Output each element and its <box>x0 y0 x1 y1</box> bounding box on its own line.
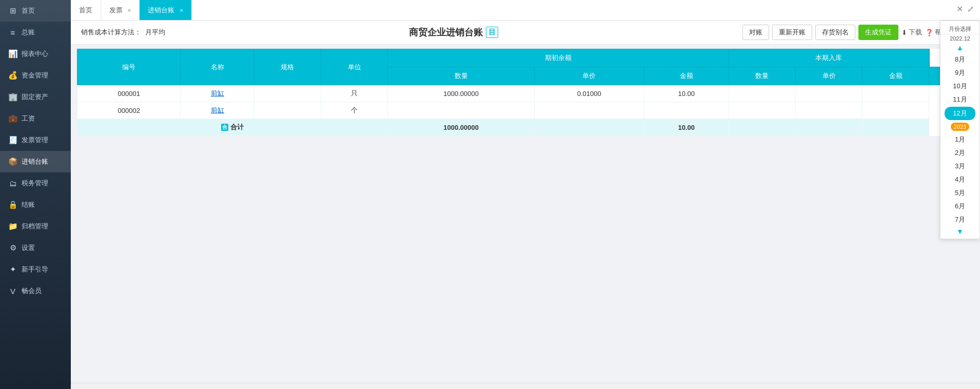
month-item-6[interactable]: 6月 <box>940 200 979 213</box>
month-item-7[interactable]: 7月 <box>940 213 979 226</box>
year-2023-row: 2023 <box>940 121 979 133</box>
sidebar-item-home[interactable]: ⊞ 首页 <box>0 0 71 22</box>
month-panel-title: 月份选择 <box>940 23 979 34</box>
total-in-amount <box>863 119 929 136</box>
tab-inventory-close[interactable]: × <box>180 7 183 13</box>
inventory-icon: 📦 <box>8 157 17 166</box>
sidebar-label-home: 首页 <box>22 6 35 15</box>
cell-open-qty-2 <box>388 102 535 119</box>
cell-open-price-2 <box>535 102 644 119</box>
cell-no-1: 000001 <box>77 85 181 102</box>
cell-open-amount-1: 10.00 <box>644 85 729 102</box>
sidebar-label-inventory: 进销台账 <box>22 157 48 166</box>
sidebar-item-reports[interactable]: 📊 报表中心 <box>0 43 71 65</box>
month-item-11[interactable]: 11月 <box>940 93 979 106</box>
tab-invoice-close[interactable]: × <box>128 7 131 13</box>
window-close-button[interactable]: ✕ <box>956 4 963 14</box>
sidebar-item-close[interactable]: 🔒 结账 <box>0 194 71 216</box>
sidebar-label-guide: 新手引导 <box>22 265 48 274</box>
cost-method-label: 销售成本计算方法： <box>81 28 141 36</box>
finance-icon: 💰 <box>8 71 17 80</box>
month-item-8[interactable]: 8月 <box>940 53 979 66</box>
table-container[interactable]: 编号 名称 规格 单位 期初余额 本期入库 数量 单价 金额 数量 单价 金额 … <box>71 45 980 383</box>
generate-voucher-button[interactable]: 生成凭证 <box>858 25 898 40</box>
cell-open-price-1: 0.01000 <box>535 85 644 102</box>
cell-name-1: 前缸 <box>181 85 254 102</box>
sidebar-label-invoice-mgmt: 发票管理 <box>22 135 48 145</box>
sidebar-item-member[interactable]: V 畅会员 <box>0 280 71 302</box>
page-title-icon[interactable]: 目 <box>486 27 498 38</box>
table-total-row: 合 合计 1000.00000 10.00 <box>77 119 974 136</box>
tax-icon: 🗂 <box>8 179 17 188</box>
col-header-spec: 规格 <box>254 49 321 85</box>
sidebar-label-archive: 归档管理 <box>22 222 48 231</box>
table-row[interactable]: 000002 前缸 个 <box>77 102 974 119</box>
sidebar-label-salary: 工资 <box>22 114 35 123</box>
table-header-row1: 编号 名称 规格 单位 期初余额 本期入库 <box>77 49 974 67</box>
window-maximize-button[interactable]: ⤢ <box>967 4 974 14</box>
month-panel-nav-down: ▼ <box>940 226 979 237</box>
sidebar-item-assets[interactable]: 🏢 固定资产 <box>0 86 71 108</box>
cell-in-price-2 <box>795 102 862 119</box>
month-item-1[interactable]: 1月 <box>940 133 979 146</box>
sidebar-item-ledger[interactable]: ≡ 总账 <box>0 22 71 43</box>
cell-open-qty-1: 1000.00000 <box>388 85 535 102</box>
cell-unit-2: 个 <box>321 102 388 119</box>
main-content: ✕ ⤢ 首页 发票 × 进销台账 × 销售成本计算方法： 月平均 商贸企业进销台… <box>71 0 980 389</box>
month-item-9[interactable]: 9月 <box>940 66 979 80</box>
cell-in-amount-2 <box>863 102 929 119</box>
month-item-5[interactable]: 5月 <box>940 186 979 200</box>
assets-icon: 🏢 <box>8 92 17 102</box>
save-alias-button[interactable]: 存货别名 <box>815 25 855 40</box>
bottom-scrollbar[interactable] <box>71 383 980 389</box>
page-header: 销售成本计算方法： 月平均 商贸企业进销台账 目 对账 重新开账 存货别名 生成… <box>71 21 980 45</box>
col-header-no: 编号 <box>77 49 181 85</box>
tab-bar: 首页 发票 × 进销台账 × <box>71 0 980 21</box>
col-header-name: 名称 <box>181 49 254 85</box>
inventory-table: 编号 名称 规格 单位 期初余额 本期入库 数量 单价 金额 数量 单价 金额 … <box>77 49 974 136</box>
sidebar-label-reports: 报表中心 <box>22 49 48 59</box>
ledger-icon: ≡ <box>8 28 17 37</box>
cell-in-amount-1 <box>863 85 929 102</box>
sidebar-item-inventory[interactable]: 📦 进销台账 <box>0 151 71 172</box>
col-header-open-price: 单价 <box>535 67 644 85</box>
month-item-2[interactable]: 2月 <box>940 146 979 160</box>
month-item-4[interactable]: 4月 <box>940 173 979 186</box>
sidebar-label-assets: 固定资产 <box>22 92 48 102</box>
sidebar-item-salary[interactable]: 💼 工资 <box>0 108 71 129</box>
month-nav-up-button[interactable]: ▲ <box>954 44 966 52</box>
reconcile-button[interactable]: 对账 <box>742 25 769 40</box>
sidebar-item-finance[interactable]: 💰 资金管理 <box>0 65 71 86</box>
month-item-3[interactable]: 3月 <box>940 160 979 173</box>
download-button[interactable]: ⬇ 下载 <box>901 28 922 37</box>
month-item-10[interactable]: 10月 <box>940 80 979 93</box>
cell-spec-1 <box>254 85 321 102</box>
month-panel-nav-up: ▲ <box>940 43 979 53</box>
salary-icon: 💼 <box>8 114 17 123</box>
tab-invoice[interactable]: 发票 × <box>101 0 140 20</box>
month-item-12-active[interactable]: 12月 <box>945 107 975 120</box>
cell-in-price-1 <box>795 85 862 102</box>
col-header-in-price: 单价 <box>795 67 862 85</box>
sidebar-label-settings: 设置 <box>22 243 35 252</box>
page-title-text: 商贸企业进销台账 <box>409 26 483 38</box>
toolbar: 对账 重新开账 存货别名 生成凭证 ⬇ 下载 ❓ 帮助 ↻ 刷新 <box>742 25 972 40</box>
tab-inventory[interactable]: 进销台账 × <box>140 0 191 20</box>
help-icon: ❓ <box>925 29 933 36</box>
total-text: 合计 <box>230 123 244 132</box>
tab-home[interactable]: 首页 <box>71 0 101 20</box>
guide-icon: ✦ <box>8 265 17 274</box>
sidebar-item-tax[interactable]: 🗂 税务管理 <box>0 172 71 194</box>
col-header-unit: 单位 <box>321 49 388 85</box>
close-books-icon: 🔒 <box>8 200 17 209</box>
reopen-button[interactable]: 重新开账 <box>772 25 812 40</box>
sidebar-item-guide[interactable]: ✦ 新手引导 <box>0 259 71 280</box>
cell-open-amount-2 <box>644 102 729 119</box>
sidebar-item-settings[interactable]: ⚙ 设置 <box>0 237 71 259</box>
sidebar-item-archive[interactable]: 📁 归档管理 <box>0 216 71 237</box>
sidebar-item-invoice-mgmt[interactable]: 🧾 发票管理 <box>0 129 71 151</box>
home-icon: ⊞ <box>8 6 17 15</box>
sidebar-label-close: 结账 <box>22 200 35 209</box>
table-row[interactable]: 000001 前缸 只 1000.00000 0.01000 10.00 <box>77 85 974 102</box>
month-nav-down-button[interactable]: ▼ <box>954 227 966 236</box>
